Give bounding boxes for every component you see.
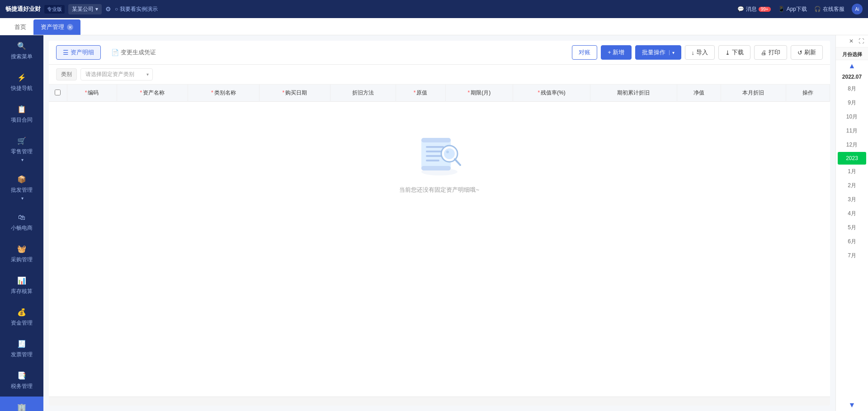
svg-rect-3 bbox=[421, 166, 451, 170]
th-category: *类别名称 bbox=[188, 85, 259, 102]
sidebar-label-quick-nav: 快捷导航 bbox=[11, 85, 33, 92]
svg-point-9 bbox=[444, 148, 455, 159]
refresh-btn[interactable]: ↺ 刷新 bbox=[791, 45, 823, 60]
search-icon: 🔍 bbox=[17, 42, 26, 50]
invoice-icon: 🧾 bbox=[17, 340, 26, 348]
month-item-12[interactable]: 12月 bbox=[836, 138, 868, 152]
sidebar: 🔍 搜索菜单 ⚡ 快捷导航 📋 项目合同 🛒 零售管理 ▾ 📦 批发管理 ▾ 🛍… bbox=[0, 35, 43, 411]
month-nav-up[interactable]: ▲ bbox=[836, 60, 868, 72]
message-badge: 99+ bbox=[759, 7, 771, 12]
tab-close-icon[interactable]: ✕ bbox=[67, 24, 73, 30]
sidebar-item-retail[interactable]: 🛒 零售管理 ▾ bbox=[0, 130, 43, 169]
import-btn[interactable]: ↓ 导入 bbox=[685, 45, 715, 60]
tab-home[interactable]: 首页 bbox=[7, 19, 33, 35]
month-item-11[interactable]: 11月 bbox=[836, 124, 868, 138]
svg-line-10 bbox=[455, 159, 460, 165]
th-net-value: 净值 bbox=[677, 85, 721, 102]
month-item-4[interactable]: 4月 bbox=[836, 207, 868, 221]
main-layout: 🔍 搜索菜单 ⚡ 快捷导航 📋 项目合同 🛒 零售管理 ▾ 📦 批发管理 ▾ 🛍… bbox=[0, 35, 868, 411]
purchase-icon: 🧺 bbox=[17, 245, 26, 253]
table-container: *编码 *资产名称 *类别名称 *购买日期 bbox=[49, 85, 830, 397]
bottom-scrollbar[interactable] bbox=[49, 397, 830, 406]
sidebar-item-fixed-asset[interactable]: 🏢 固定资产 bbox=[0, 397, 43, 411]
sidebar-item-quick-nav[interactable]: ⚡ 快捷导航 bbox=[0, 67, 43, 99]
chevron-up-icon: ▲ bbox=[849, 62, 856, 70]
retail-arrow-icon: ▾ bbox=[21, 157, 24, 162]
avatar[interactable]: Ai bbox=[852, 4, 863, 14]
nav-tabs: 首页 资产管理 ✕ bbox=[0, 18, 868, 35]
print-btn[interactable]: 🖨 打印 bbox=[754, 45, 787, 60]
th-accumulated-depreciation: 期初累计折旧 bbox=[590, 85, 677, 102]
message-btn[interactable]: 💬 消息 99+ bbox=[737, 5, 771, 13]
sidebar-label-wholesale: 批发管理 bbox=[11, 186, 33, 194]
dropdown-arrow-icon: ▾ bbox=[95, 6, 98, 12]
demo-icon: ○ bbox=[115, 6, 118, 12]
month-item-3[interactable]: 3月 bbox=[836, 193, 868, 207]
inventory-icon: 📊 bbox=[17, 276, 26, 285]
sidebar-item-project[interactable]: 📋 项目合同 bbox=[0, 99, 43, 130]
month-item-7[interactable]: 7月 bbox=[836, 249, 868, 263]
month-item-6[interactable]: 6月 bbox=[836, 235, 868, 249]
sidebar-item-wholesale[interactable]: 📦 批发管理 ▾ bbox=[0, 169, 43, 207]
company-name: 某某公司 bbox=[72, 5, 94, 13]
month-item-2023[interactable]: 2023 bbox=[838, 152, 866, 165]
svg-rect-7 bbox=[426, 160, 439, 161]
category-filter-select[interactable]: 请选择固定资产类别 ▾ bbox=[80, 68, 153, 80]
select-all-checkbox[interactable] bbox=[55, 90, 61, 95]
month-item-8[interactable]: 8月 bbox=[836, 82, 868, 96]
month-item-9[interactable]: 9月 bbox=[836, 96, 868, 110]
table-body: 当前您还没有固定资产明细哦~ bbox=[49, 102, 830, 222]
empty-illustration bbox=[412, 129, 467, 179]
month-item-1[interactable]: 1月 bbox=[836, 165, 868, 179]
demo-link[interactable]: ○ 我要看实例演示 bbox=[115, 5, 158, 13]
reconcile-btn[interactable]: 对账 bbox=[572, 45, 597, 60]
add-btn-label: + 新增 bbox=[608, 48, 624, 57]
sidebar-item-inventory[interactable]: 📊 库存核算 bbox=[0, 270, 43, 302]
sub-tab-asset-detail-label: 资产明细 bbox=[71, 48, 94, 57]
import-btn-label: 导入 bbox=[696, 48, 708, 57]
download-btn[interactable]: ⤓ 下载 bbox=[718, 45, 750, 60]
top-bar: 畅捷通好业财 专业版 某某公司 ▾ ⚙ ○ 我要看实例演示 💬 消息 99+ 📱… bbox=[0, 0, 868, 18]
project-icon: 📋 bbox=[17, 105, 26, 113]
company-selector[interactable]: 某某公司 ▾ bbox=[68, 4, 102, 14]
add-btn[interactable]: + 新增 bbox=[601, 45, 631, 60]
panel-maximize-icon[interactable]: ⛶ bbox=[857, 37, 865, 45]
batch-arrow-icon: ▾ bbox=[669, 50, 675, 55]
sidebar-item-invoice[interactable]: 🧾 发票管理 bbox=[0, 333, 43, 365]
sidebar-label-finance: 资金管理 bbox=[11, 319, 33, 327]
month-item-2[interactable]: 2月 bbox=[836, 179, 868, 193]
sidebar-item-finance[interactable]: 💰 资金管理 bbox=[0, 302, 43, 333]
ecommerce-icon: 🛍 bbox=[18, 213, 25, 222]
svg-rect-2 bbox=[421, 138, 451, 142]
reconcile-btn-label: 对账 bbox=[579, 48, 590, 57]
sidebar-item-ecommerce[interactable]: 🛍 小畅电商 bbox=[0, 207, 43, 238]
month-item-5[interactable]: 5月 bbox=[836, 221, 868, 235]
settings-icon[interactable]: ⚙ bbox=[105, 5, 111, 13]
sidebar-label-search: 搜索菜单 bbox=[11, 53, 33, 61]
month-item-10[interactable]: 10月 bbox=[836, 110, 868, 124]
empty-cell: 当前您还没有固定资产明细哦~ bbox=[49, 102, 830, 222]
panel-controls: ✕ ⛶ bbox=[836, 35, 868, 47]
th-name: *资产名称 bbox=[117, 85, 188, 102]
empty-text: 当前您还没有固定资产明细哦~ bbox=[399, 186, 479, 194]
sidebar-item-purchase[interactable]: 🧺 采购管理 bbox=[0, 238, 43, 270]
month-nav-down[interactable]: ▼ bbox=[836, 399, 868, 411]
message-label: 消息 bbox=[746, 5, 757, 13]
sub-tab-asset-detail[interactable]: ☰ 资产明细 bbox=[56, 45, 101, 60]
sidebar-item-tax[interactable]: 📑 税务管理 bbox=[0, 365, 43, 397]
online-service-label: 在线客服 bbox=[823, 5, 844, 13]
top-bar-right: 💬 消息 99+ 📱 App下载 🎧 在线客服 Ai bbox=[737, 4, 863, 14]
panel-close-icon[interactable]: ✕ bbox=[847, 37, 855, 45]
app-download-btn[interactable]: 📱 App下载 bbox=[778, 5, 807, 13]
sidebar-label-project: 项目合同 bbox=[11, 116, 33, 124]
quick-nav-icon: ⚡ bbox=[17, 73, 26, 82]
sidebar-label-purchase: 采购管理 bbox=[11, 256, 33, 264]
batch-btn[interactable]: 批量操作 ▾ bbox=[635, 45, 681, 60]
th-residual-rate: *残值率(%) bbox=[513, 85, 590, 102]
tab-asset-management[interactable]: 资产管理 ✕ bbox=[33, 19, 80, 35]
online-service-btn[interactable]: 🎧 在线客服 bbox=[814, 5, 844, 13]
app-name: 畅捷通好业财 bbox=[5, 5, 41, 13]
sub-tab-voucher-gen[interactable]: 📄 变更生成凭证 bbox=[104, 45, 163, 60]
print-icon: 🖨 bbox=[761, 49, 767, 56]
sidebar-item-search[interactable]: 🔍 搜索菜单 bbox=[0, 35, 43, 67]
